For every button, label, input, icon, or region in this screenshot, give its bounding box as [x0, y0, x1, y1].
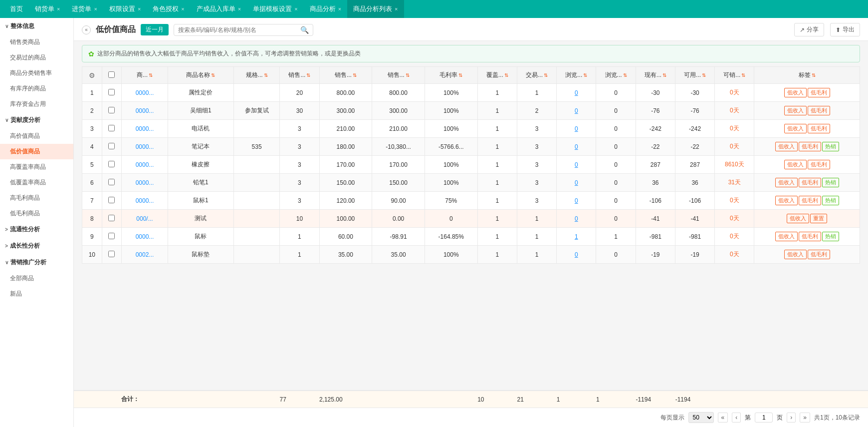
row-checkbox[interactable]: [108, 179, 115, 185]
th-available[interactable]: 可用...⇅: [675, 67, 714, 84]
row-browse1[interactable]: 0: [557, 138, 596, 156]
sidebar-group-流通性分析[interactable]: >流通性分析: [0, 221, 73, 238]
nav-item-权限设置[interactable]: 权限设置×: [103, 0, 147, 18]
gear-icon[interactable]: ⚙: [89, 71, 95, 79]
current-page-input[interactable]: [755, 413, 773, 423]
row-browse1[interactable]: 1: [557, 228, 596, 246]
nav-close-icon[interactable]: ×: [294, 6, 297, 12]
row-checkbox[interactable]: [108, 125, 115, 131]
sidebar-item-新品[interactable]: 新品: [0, 286, 73, 302]
first-page-button[interactable]: «: [718, 413, 728, 423]
th-code[interactable]: 商...⇅: [122, 67, 168, 84]
sidebar-item-商品分类销售率[interactable]: 商品分类销售率: [0, 65, 73, 81]
browse1-link[interactable]: 0: [575, 107, 578, 114]
nav-close-icon[interactable]: ×: [94, 6, 97, 12]
search-icon[interactable]: 🔍: [300, 26, 309, 34]
nav-close-icon[interactable]: ×: [395, 6, 398, 12]
nav-close-icon[interactable]: ×: [338, 6, 341, 12]
gear-col-header[interactable]: ⚙: [82, 67, 102, 84]
sidebar-item-全部商品[interactable]: 全部商品: [0, 271, 73, 286]
search-input[interactable]: [178, 26, 300, 33]
row-browse1[interactable]: 0: [557, 192, 596, 210]
last-page-button[interactable]: »: [800, 413, 810, 423]
row-checkbox-cell[interactable]: [102, 192, 122, 210]
browse1-link[interactable]: 0: [575, 197, 578, 204]
row-checkbox-cell[interactable]: [102, 120, 122, 138]
nav-close-icon[interactable]: ×: [57, 6, 60, 12]
table-container[interactable]: ⚙ 商...⇅ 商品名称⇅ 规格...⇅: [74, 66, 868, 390]
th-sale2[interactable]: 销售...⇅: [319, 67, 372, 84]
row-checkbox[interactable]: [108, 107, 115, 113]
browse1-link[interactable]: 0: [575, 179, 578, 186]
filter-period-button[interactable]: 近一月: [141, 24, 169, 35]
browse1-link[interactable]: 1: [575, 233, 578, 240]
nav-item-首页[interactable]: 首页: [4, 0, 29, 18]
th-browse2[interactable]: 浏览...⇅: [596, 67, 636, 84]
row-checkbox-cell[interactable]: [102, 102, 122, 120]
sidebar-item-低毛利商品[interactable]: 低毛利商品: [0, 206, 73, 221]
sidebar-item-高价值商品[interactable]: 高价值商品: [0, 128, 73, 144]
nav-item-单据模板设置[interactable]: 单据模板设置×: [247, 0, 303, 18]
prev-page-button[interactable]: ‹: [732, 413, 741, 423]
row-checkbox-cell[interactable]: [102, 156, 122, 174]
nav-item-产成品入库单[interactable]: 产成品入库单×: [191, 0, 247, 18]
row-checkbox[interactable]: [108, 197, 115, 203]
sidebar-item-低覆盖率商品[interactable]: 低覆盖率商品: [0, 175, 73, 190]
per-page-select[interactable]: 50 100: [688, 412, 714, 423]
th-cover[interactable]: 覆盖...⇅: [477, 67, 517, 84]
browse1-link[interactable]: 0: [575, 215, 578, 222]
row-checkbox[interactable]: [108, 143, 115, 149]
row-browse1[interactable]: 0: [557, 246, 596, 264]
sidebar-item-高覆盖率商品[interactable]: 高覆盖率商品: [0, 159, 73, 175]
sidebar-group-整体信息[interactable]: ∨整体信息: [0, 18, 73, 34]
th-name[interactable]: 商品名称⇅: [168, 67, 233, 84]
nav-item-商品分析列表[interactable]: 商品分析列表×: [347, 0, 404, 18]
export-button[interactable]: ⬆ 导出: [830, 23, 860, 36]
row-browse1[interactable]: 0: [557, 120, 596, 138]
sidebar-group-贡献度分析[interactable]: ∨贡献度分析: [0, 112, 73, 128]
th-sale1[interactable]: 销售...⇅: [280, 67, 319, 84]
th-saleable[interactable]: 可销...⇅: [715, 67, 754, 84]
row-checkbox-cell[interactable]: [102, 84, 122, 102]
sidebar-item-销售类商品[interactable]: 销售类商品: [0, 34, 73, 50]
th-trade[interactable]: 交易...⇅: [517, 67, 556, 84]
row-checkbox-cell[interactable]: [102, 138, 122, 156]
row-browse1[interactable]: 0: [557, 210, 596, 228]
nav-item-销货单[interactable]: 销货单×: [29, 0, 66, 18]
browse1-link[interactable]: 0: [575, 251, 578, 258]
sidebar-item-库存资金占用[interactable]: 库存资金占用: [0, 96, 73, 112]
nav-close-icon[interactable]: ×: [138, 6, 141, 12]
checkbox-col-header[interactable]: [102, 67, 122, 84]
row-browse1[interactable]: 0: [557, 174, 596, 192]
row-browse1[interactable]: 0: [557, 102, 596, 120]
row-browse1[interactable]: 0: [557, 84, 596, 102]
row-checkbox[interactable]: [108, 233, 115, 239]
row-browse1[interactable]: 0: [557, 156, 596, 174]
sidebar-item-有库序的商品[interactable]: 有库序的商品: [0, 81, 73, 96]
share-button[interactable]: ↗ 分享: [794, 23, 824, 36]
th-current[interactable]: 现有...⇅: [636, 67, 675, 84]
row-checkbox[interactable]: [108, 251, 115, 257]
browse1-link[interactable]: 0: [575, 89, 578, 96]
nav-item-进货单[interactable]: 进货单×: [66, 0, 103, 18]
nav-close-icon[interactable]: ×: [181, 6, 184, 12]
sidebar-group-营销推广分析[interactable]: ∨营销推广分析: [0, 254, 73, 271]
nav-close-icon[interactable]: ×: [238, 6, 241, 12]
row-checkbox-cell[interactable]: [102, 210, 122, 228]
browse1-link[interactable]: 0: [575, 143, 578, 150]
next-page-button[interactable]: ›: [787, 413, 796, 423]
th-spec[interactable]: 规格...⇅: [233, 67, 279, 84]
sidebar-item-低价值商品[interactable]: 低价值商品: [0, 144, 73, 159]
th-browse1[interactable]: 浏览...⇅: [557, 67, 596, 84]
row-checkbox-cell[interactable]: [102, 174, 122, 192]
nav-item-角色授权[interactable]: 角色授权×: [147, 0, 190, 18]
row-checkbox[interactable]: [108, 161, 115, 167]
select-all-checkbox[interactable]: [108, 71, 115, 78]
sidebar-item-交易过的商品[interactable]: 交易过的商品: [0, 50, 73, 65]
collapse-sidebar-button[interactable]: «: [82, 25, 91, 34]
row-checkbox-cell[interactable]: [102, 228, 122, 246]
browse1-link[interactable]: 0: [575, 125, 578, 132]
th-tags[interactable]: 标签⇅: [754, 67, 860, 84]
th-sale3[interactable]: 销售...⇅: [372, 67, 425, 84]
sidebar-item-高毛利商品[interactable]: 高毛利商品: [0, 190, 73, 206]
